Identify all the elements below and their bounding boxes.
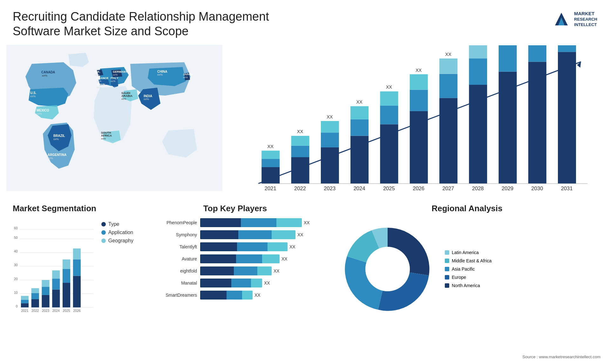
legend-dot-type — [101, 222, 106, 226]
svg-text:xx%: xx% — [97, 80, 101, 83]
segmentation-section: Market Segmentation 0 10 20 30 40 50 60 — [6, 200, 140, 356]
svg-text:BRAZIL: BRAZIL — [53, 134, 65, 138]
svg-rect-72 — [528, 62, 546, 184]
player-bar — [200, 266, 272, 275]
player-name: Symphony — [152, 232, 197, 237]
svg-text:2023: 2023 — [324, 185, 336, 192]
player-name: Manatal — [152, 280, 197, 286]
growth-chart-section: XX XX XX XX XX XX — [222, 45, 604, 197]
svg-rect-59 — [410, 74, 428, 90]
svg-rect-109 — [31, 288, 39, 293]
svg-rect-49 — [350, 136, 369, 184]
svg-point-128 — [365, 247, 410, 291]
svg-text:10: 10 — [14, 291, 18, 294]
svg-rect-55 — [380, 91, 398, 106]
player-row: Symphony XX — [152, 230, 318, 239]
map-section: CANADA xx% U.S. xx% MEXICO xx% BRAZIL xx… — [6, 45, 222, 191]
svg-rect-119 — [73, 276, 81, 307]
player-bar-container: XX — [200, 242, 318, 251]
svg-rect-63 — [439, 58, 458, 74]
legend-item-type: Type — [101, 221, 133, 227]
svg-rect-47 — [321, 121, 339, 132]
svg-text:2026: 2026 — [413, 185, 424, 192]
player-row: SmartDreamers XX — [152, 291, 318, 300]
logo-icon — [552, 10, 571, 29]
regional-legend-dot — [445, 267, 449, 271]
regional-legend-dot — [445, 275, 449, 280]
player-bar — [200, 230, 295, 239]
svg-rect-111 — [42, 287, 49, 295]
player-row: eightfold XX — [152, 266, 318, 275]
player-bar — [200, 279, 262, 287]
player-row: PhenomPeople XX — [152, 218, 318, 227]
svg-text:U.S.: U.S. — [30, 91, 37, 95]
svg-rect-117 — [63, 269, 70, 283]
svg-rect-115 — [52, 271, 60, 279]
segmentation-wrapper: 0 10 20 30 40 50 60 — [13, 218, 133, 320]
svg-rect-45 — [321, 147, 339, 184]
player-bar-container: XX — [200, 266, 318, 275]
player-bar-container: XX — [200, 279, 318, 287]
logo-area: MARKET RESEARCH INTELLECT — [552, 10, 597, 29]
svg-rect-104 — [21, 303, 29, 307]
player-bar — [200, 242, 288, 251]
svg-text:xx%: xx% — [101, 137, 106, 140]
svg-text:JAPAN: JAPAN — [183, 73, 193, 76]
svg-rect-38 — [261, 159, 280, 167]
svg-rect-53 — [380, 125, 398, 184]
svg-text:xx%: xx% — [157, 73, 163, 76]
svg-text:2022: 2022 — [31, 309, 39, 313]
svg-text:50: 50 — [14, 236, 18, 239]
svg-rect-42 — [291, 146, 309, 157]
svg-text:XX: XX — [386, 85, 392, 90]
svg-rect-50 — [350, 119, 369, 136]
svg-text:30: 30 — [14, 264, 18, 267]
svg-rect-114 — [52, 279, 60, 290]
player-name: PhenomPeople — [152, 220, 197, 225]
svg-text:2022: 2022 — [294, 185, 306, 192]
regional-legend-item-latin-america: Latin America — [445, 250, 491, 255]
player-bar — [200, 291, 253, 300]
legend-item-geography: Geography — [101, 238, 133, 244]
svg-text:2021: 2021 — [265, 185, 276, 192]
svg-rect-113 — [52, 290, 60, 307]
svg-rect-57 — [410, 111, 428, 184]
segmentation-title: Market Segmentation — [13, 204, 133, 213]
svg-rect-46 — [321, 132, 339, 147]
svg-rect-43 — [291, 136, 309, 146]
players-section: Top Key Players PhenomPeople XX Symphony — [146, 200, 324, 356]
svg-text:2025: 2025 — [63, 309, 70, 313]
world-map: CANADA xx% U.S. xx% MEXICO xx% BRAZIL xx… — [6, 45, 222, 191]
svg-text:AFRICA: AFRICA — [101, 134, 112, 137]
svg-text:XX: XX — [327, 114, 333, 119]
svg-text:2026: 2026 — [73, 309, 80, 313]
logo-box: MARKET RESEARCH INTELLECT — [552, 10, 597, 29]
svg-text:XX: XX — [445, 52, 451, 57]
svg-text:xx%: xx% — [144, 98, 149, 101]
players-title: Top Key Players — [152, 204, 318, 213]
svg-text:2024: 2024 — [354, 185, 365, 192]
legend-dot-application — [101, 230, 106, 235]
svg-text:xx%: xx% — [121, 98, 126, 100]
player-row: Talentlyft XX — [152, 242, 318, 251]
svg-rect-51 — [350, 106, 369, 119]
regional-title: Regional Analysis — [337, 204, 597, 213]
svg-rect-112 — [42, 280, 49, 287]
svg-rect-118 — [63, 260, 70, 269]
svg-rect-105 — [21, 300, 29, 303]
svg-text:XX: XX — [416, 68, 422, 73]
svg-text:xx%: xx% — [30, 95, 36, 98]
svg-rect-106 — [21, 296, 29, 300]
regional-legend: Latin America Middle East & Africa Asia … — [445, 250, 491, 288]
player-row: Avature XX — [152, 254, 318, 263]
legend-dot-geography — [101, 239, 106, 243]
player-bar — [200, 254, 280, 263]
svg-text:60: 60 — [14, 226, 18, 230]
svg-text:xx%: xx% — [111, 80, 115, 83]
svg-text:20: 20 — [14, 277, 18, 281]
svg-text:2023: 2023 — [42, 309, 49, 313]
svg-rect-108 — [31, 293, 39, 299]
svg-text:2025: 2025 — [383, 185, 395, 192]
svg-rect-58 — [410, 90, 428, 111]
regional-legend-dot — [445, 259, 449, 263]
